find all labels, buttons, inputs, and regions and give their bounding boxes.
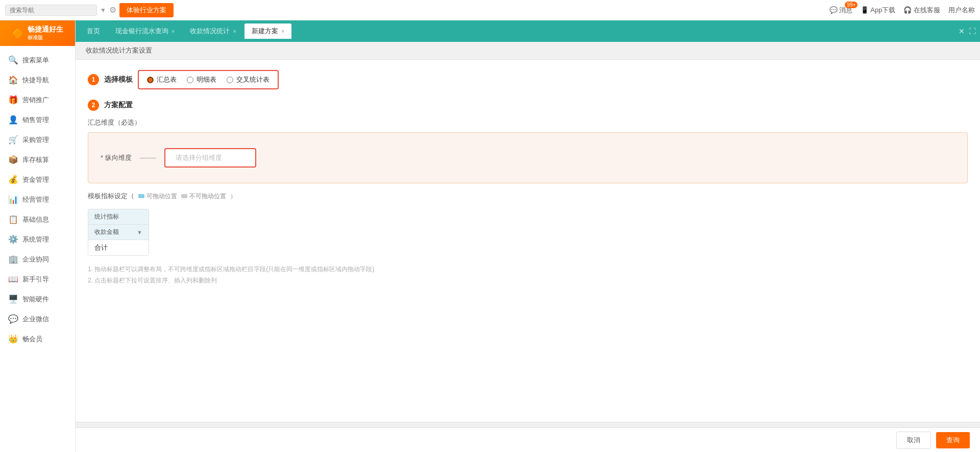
sidebar-item-finance[interactable]: 💰 资金管理 xyxy=(0,170,75,189)
radio-summary[interactable]: 汇总表 xyxy=(147,75,177,84)
dimension-section-label: 汇总维度（必选） xyxy=(88,118,968,127)
tab-home[interactable]: 首页 xyxy=(80,23,107,39)
sidebar-item-wechat[interactable]: 💬 企业微信 xyxy=(0,309,75,329)
radio-detail[interactable]: 明细表 xyxy=(187,75,216,84)
money-icon: 💰 xyxy=(8,175,18,184)
page-header: 收款情况统计方案设置 xyxy=(76,42,980,60)
tab-bar: 首页 现金银行流水查询 × 收款情况统计 × 新建方案 × ✕ ⛶ xyxy=(76,20,980,42)
tab-cash-flow[interactable]: 现金银行流水查询 × xyxy=(108,23,182,39)
gift-icon: 🎁 xyxy=(8,95,18,105)
tab-collection-stats-label: 收款情况统计 xyxy=(190,27,230,36)
user-name[interactable]: 用户名称 xyxy=(948,6,975,15)
legend-draggable-label: 可拖动位置 xyxy=(146,192,177,201)
sidebar-item-label: 新手引导 xyxy=(22,275,49,284)
query-button[interactable]: 查询 xyxy=(936,432,970,448)
chevron-down-icon[interactable]: ▼ xyxy=(100,7,106,14)
sidebar-item-label: 基础信息 xyxy=(22,215,49,224)
book-icon: 📖 xyxy=(8,274,18,284)
support-link[interactable]: 🎧 在线客服 xyxy=(903,6,940,15)
radio-cross-input[interactable] xyxy=(227,77,233,83)
box-icon: 📦 xyxy=(8,155,18,164)
step1-header: 1 选择模板 汇总表 明细表 xyxy=(88,70,968,89)
radio-cross-label: 交叉统计表 xyxy=(236,75,270,84)
column-header[interactable]: 收款金额 ▼ xyxy=(88,225,149,240)
chart-icon: 📊 xyxy=(8,195,18,204)
cancel-button[interactable]: 取消 xyxy=(896,432,931,449)
sidebar-logo: 🔶 畅捷通好生 标准版 xyxy=(0,20,75,46)
step1-number: 1 xyxy=(88,74,99,85)
tip2-text: 2. 点击标题栏下拉可设置排序、插入列和删除列 xyxy=(88,277,217,284)
close-tab-cash-flow-icon[interactable]: × xyxy=(172,28,175,34)
sidebar-item-marketing[interactable]: 🎁 营销推广 xyxy=(0,90,75,110)
tab-new-plan[interactable]: 新建方案 × xyxy=(244,23,291,39)
tip2: 2. 点击标题栏下拉可设置排序、插入列和删除列 xyxy=(88,275,968,287)
gear-icon[interactable]: ⚙ xyxy=(109,5,116,15)
sidebar-item-enterprise[interactable]: 🏢 企业协同 xyxy=(0,249,75,269)
wechat-icon: 💬 xyxy=(8,314,18,324)
sidebar-item-label: 库存核算 xyxy=(22,155,49,164)
sidebar-item-inventory[interactable]: 📦 库存核算 xyxy=(0,150,75,170)
tip1: 1. 拖动标题栏可以调整布局，不可跨维度或指标区域拖动栏目字段(只能在同一维度或… xyxy=(88,264,968,275)
close-tab-new-plan-icon[interactable]: × xyxy=(281,28,284,34)
draggable-dot xyxy=(138,194,144,198)
sidebar-item-purchase[interactable]: 🛒 采购管理 xyxy=(0,130,75,150)
radio-detail-input[interactable] xyxy=(187,77,193,83)
tab-home-label: 首页 xyxy=(87,27,100,36)
sidebar-item-label: 系统管理 xyxy=(22,235,49,244)
page-footer: 方案保存（可选） xyxy=(76,422,980,427)
row-total: 合计 xyxy=(88,240,149,255)
sidebar-item-guide[interactable]: 📖 新手引导 xyxy=(0,269,75,289)
sidebar-item-label: 企业微信 xyxy=(22,315,49,324)
user-icon: 👤 xyxy=(8,115,18,125)
sidebar: 🔶 畅捷通好生 标准版 🔍 搜索菜单 🏠 快捷导航 🎁 营销推广 👤 销售管理 xyxy=(0,20,76,452)
radio-cross[interactable]: 交叉统计表 xyxy=(227,75,270,84)
sidebar-item-label: 资金管理 xyxy=(22,175,49,184)
top-bar-right: 💬 99+ 消息 📱 App下载 🎧 在线客服 用户名称 xyxy=(829,6,975,15)
tip1-text: 1. 拖动标题栏可以调整布局，不可跨维度或指标区域拖动栏目字段(只能在同一维度或… xyxy=(88,266,374,273)
sidebar-item-member[interactable]: 👑 畅会员 xyxy=(0,329,75,349)
legend-draggable: 可拖动位置 xyxy=(138,192,177,201)
sidebar-item-search[interactable]: 🔍 搜索菜单 xyxy=(0,50,75,70)
close-window-icon[interactable]: ✕ xyxy=(959,27,965,35)
maximize-window-icon[interactable]: ⛶ xyxy=(969,27,976,35)
download-link[interactable]: 📱 App下载 xyxy=(861,6,895,15)
metrics-section-header: 统计指标 xyxy=(94,212,119,221)
content-area: 首页 现金银行流水查询 × 收款情况统计 × 新建方案 × ✕ ⛶ 收 xyxy=(76,20,980,452)
step1-title: 选择模板 xyxy=(104,75,133,84)
sidebar-item-label: 企业协同 xyxy=(22,255,49,264)
radio-summary-input[interactable] xyxy=(147,77,154,83)
legend-fixed-label: 不可拖动位置 xyxy=(189,192,226,201)
page-title: 收款情况统计方案设置 xyxy=(86,46,152,54)
industry-button[interactable]: 体验行业方案 xyxy=(119,3,174,17)
metrics-table-header: 统计指标 xyxy=(88,209,149,225)
sidebar-item-nav[interactable]: 🏠 快捷导航 xyxy=(0,70,75,90)
metrics-legend: 可拖动位置 不可拖动位置 ） xyxy=(138,192,236,201)
column-header-label: 收款金额 xyxy=(94,228,119,236)
main-layout: 🔶 畅捷通好生 标准版 🔍 搜索菜单 🏠 快捷导航 🎁 营销推广 👤 销售管理 xyxy=(0,20,980,452)
logo-text: 畅捷通好生 xyxy=(28,25,63,34)
search-input[interactable] xyxy=(5,5,97,16)
sidebar-item-sales[interactable]: 👤 销售管理 xyxy=(0,110,75,130)
tab-cash-flow-label: 现金银行流水查询 xyxy=(115,27,168,36)
cart-icon: 🛒 xyxy=(8,135,18,145)
tab-collection-stats[interactable]: 收款情况统计 × xyxy=(183,23,243,39)
dimension-select[interactable]: 请选择分组维度 xyxy=(164,148,256,168)
sidebar-item-hardware[interactable]: 🖥️ 智能硬件 xyxy=(0,289,75,309)
legend-close-paren: ） xyxy=(230,192,236,201)
sidebar-item-management[interactable]: 📊 经营管理 xyxy=(0,189,75,209)
sidebar-item-basic-info[interactable]: 📋 基础信息 xyxy=(0,209,75,229)
list-icon: 📋 xyxy=(8,215,18,224)
monitor-icon: 🖥️ xyxy=(8,294,18,304)
column-dropdown-icon[interactable]: ▼ xyxy=(137,229,142,235)
support-icon: 🎧 xyxy=(903,6,912,14)
sidebar-item-system[interactable]: ⚙️ 系统管理 xyxy=(0,229,75,249)
close-tab-collection-icon[interactable]: × xyxy=(233,28,236,34)
sidebar-item-label: 搜索菜单 xyxy=(22,56,49,65)
config-section: 汇总维度（必选） * 纵向维度 —— 请选择分组维度 模板指标设定（ xyxy=(88,118,968,286)
crown-icon: 👑 xyxy=(8,334,18,344)
notification-area[interactable]: 💬 99+ 消息 xyxy=(829,6,853,15)
metrics-label: 模板指标设定（ 可拖动位置 不可拖动位置 xyxy=(88,192,968,201)
fixed-dot xyxy=(181,194,187,198)
search-icon: 🔍 xyxy=(8,55,18,65)
window-controls: ✕ ⛶ xyxy=(959,27,976,35)
